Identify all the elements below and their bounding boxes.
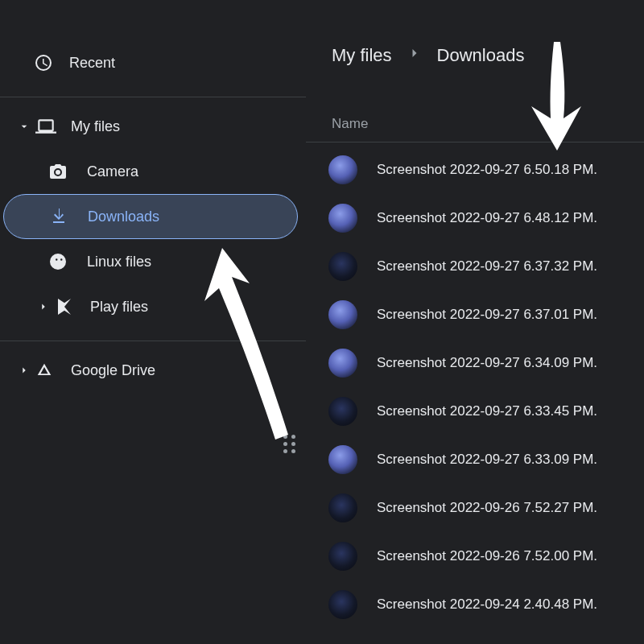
drive-icon <box>35 361 71 379</box>
sidebar-item-label: Play files <box>90 299 295 316</box>
sidebar-item-recent[interactable]: Recent <box>0 40 306 85</box>
breadcrumb-root[interactable]: My files <box>332 45 392 66</box>
sidebar-item-camera[interactable]: Camera <box>0 149 306 194</box>
sidebar-item-label: Camera <box>87 163 295 180</box>
file-name: Screenshot 2022-09-27 6.33.09 PM. <box>377 452 597 468</box>
file-thumbnail <box>328 542 357 571</box>
file-name: Screenshot 2022-09-26 7.52.00 PM. <box>377 548 597 564</box>
chevron-right-icon <box>13 365 35 376</box>
play-store-icon <box>55 297 90 316</box>
column-header-name[interactable]: Name <box>306 116 644 142</box>
file-thumbnail <box>328 349 357 378</box>
sidebar-item-downloads[interactable]: Downloads <box>3 194 298 239</box>
sidebar-item-google-drive[interactable]: Google Drive <box>0 348 306 393</box>
sidebar-item-linux-files[interactable]: Linux files <box>0 239 306 284</box>
sidebar-item-my-files[interactable]: My files <box>0 104 306 149</box>
divider <box>0 97 306 97</box>
file-name: Screenshot 2022-09-27 6.33.45 PM. <box>377 403 597 419</box>
file-name: Screenshot 2022-09-24 2.40.48 PM. <box>377 597 597 613</box>
chevron-right-icon <box>407 45 423 66</box>
breadcrumb-current: Downloads <box>437 45 525 66</box>
camera-icon <box>48 162 87 181</box>
file-row[interactable]: Screenshot 2022-09-26 7.52.00 PM. <box>306 532 644 580</box>
file-row[interactable]: Screenshot 2022-09-27 6.48.12 PM. <box>306 194 644 242</box>
linux-icon <box>48 252 87 271</box>
file-list: Screenshot 2022-09-27 6.50.18 PM.Screens… <box>306 142 644 629</box>
sidebar-item-label: Downloads <box>88 208 286 225</box>
clock-icon <box>34 53 69 72</box>
file-name: Screenshot 2022-09-27 6.37.01 PM. <box>377 307 597 323</box>
main-content: My files Downloads Name Screenshot 2022-… <box>306 0 644 644</box>
download-icon <box>49 207 88 226</box>
file-thumbnail <box>328 155 357 184</box>
file-thumbnail <box>328 445 357 474</box>
file-row[interactable]: Screenshot 2022-09-27 6.34.09 PM. <box>306 339 644 387</box>
file-name: Screenshot 2022-09-27 6.50.18 PM. <box>377 162 597 178</box>
file-name: Screenshot 2022-09-27 6.37.32 PM. <box>377 258 597 275</box>
file-thumbnail <box>328 300 357 329</box>
file-row[interactable]: Screenshot 2022-09-27 6.33.45 PM. <box>306 387 644 436</box>
chevron-right-icon <box>32 301 55 312</box>
file-thumbnail <box>328 204 357 233</box>
sidebar-item-label: Google Drive <box>71 362 295 379</box>
drag-handle-icon[interactable] <box>283 435 296 454</box>
file-name: Screenshot 2022-09-26 7.52.27 PM. <box>377 500 597 516</box>
file-row[interactable]: Screenshot 2022-09-27 6.50.18 PM. <box>306 146 644 194</box>
laptop-icon <box>35 116 71 137</box>
file-thumbnail <box>328 493 357 522</box>
file-name: Screenshot 2022-09-27 6.34.09 PM. <box>377 355 597 371</box>
file-row[interactable]: Screenshot 2022-09-27 6.33.09 PM. <box>306 436 644 484</box>
file-row[interactable]: Screenshot 2022-09-26 7.52.27 PM. <box>306 484 644 532</box>
chevron-down-icon <box>13 120 35 133</box>
sidebar-item-label: Recent <box>69 55 295 72</box>
file-row[interactable]: Screenshot 2022-09-27 6.37.01 PM. <box>306 291 644 339</box>
divider <box>0 341 306 341</box>
sidebar-item-play-files[interactable]: Play files <box>0 284 306 329</box>
file-name: Screenshot 2022-09-27 6.48.12 PM. <box>377 210 597 226</box>
sidebar-item-label: My files <box>71 118 295 135</box>
file-row[interactable]: Screenshot 2022-09-27 6.37.32 PM. <box>306 242 644 291</box>
file-thumbnail <box>328 397 357 426</box>
file-thumbnail <box>328 252 357 281</box>
sidebar: Recent My files Camera Downloads <box>0 0 306 644</box>
sidebar-item-label: Linux files <box>87 254 295 270</box>
file-thumbnail <box>328 590 357 619</box>
file-row[interactable]: Screenshot 2022-09-24 2.40.48 PM. <box>306 580 644 629</box>
breadcrumb: My files Downloads <box>306 45 644 76</box>
